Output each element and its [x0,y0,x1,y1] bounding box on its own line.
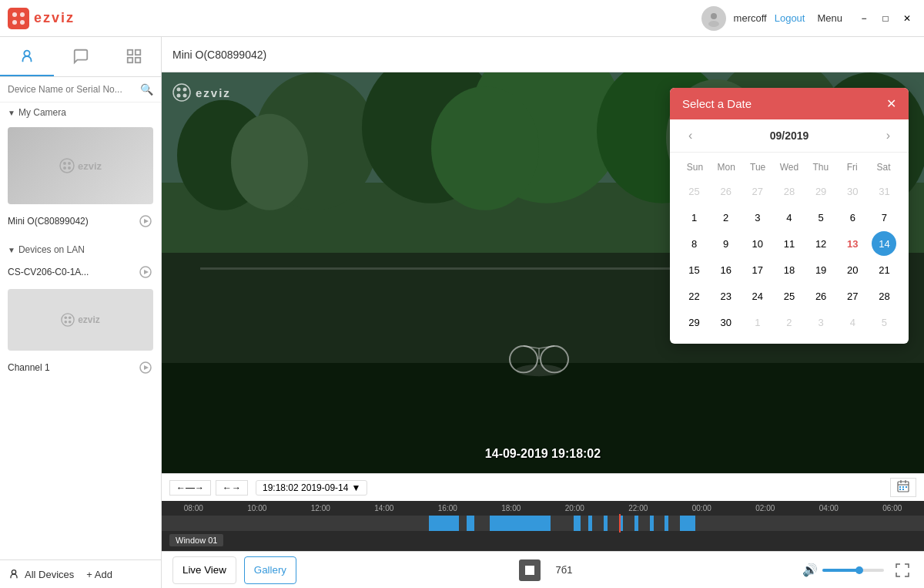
calendar-day[interactable]: 22 [682,284,707,308]
play-circle-icon-2 [139,266,152,278]
calendar-day[interactable]: 28 [872,284,896,308]
calendar-prev-button[interactable]: ‹ [682,127,698,144]
calendar-day[interactable]: 13 [840,231,865,256]
calendar-day[interactable]: 8 [682,231,707,256]
calendar-day[interactable]: 21 [872,257,896,282]
calendar-day[interactable]: 25 [777,284,802,308]
volume-icon[interactable]: 🔊 [802,563,818,577]
calendar-day[interactable]: 10 [745,231,770,256]
calendar-day[interactable]: 17 [745,257,770,282]
volume-slider[interactable] [822,569,884,572]
tab-grid[interactable] [107,37,161,76]
logout-button[interactable]: Logout [775,12,805,24]
calendar-day[interactable]: 16 [714,257,738,282]
tab-messages[interactable] [54,37,108,76]
svg-point-16 [68,166,71,170]
minimize-button[interactable]: − [855,9,873,28]
calendar-day[interactable]: 19 [808,257,833,282]
camera-preview: ezviz [8,127,153,204]
calendar-day[interactable]: 30 [714,310,738,334]
calendar-day[interactable]: 5 [872,310,896,334]
timeline-controls: ←―→ ←→ 19:18:02 2019-09-14 ▼ [162,473,924,501]
calendar-day[interactable]: 27 [840,284,865,308]
calendar-close-button[interactable]: ✕ [886,98,896,110]
fullscreen-button[interactable] [892,559,913,581]
tab-devices[interactable] [0,37,54,76]
calendar-day[interactable]: 29 [808,179,833,203]
calendar-day[interactable]: 12 [808,231,833,256]
calendar-next-button[interactable]: › [880,127,896,144]
playback-icon[interactable] [138,213,153,229]
calendar-day[interactable]: 2 [777,310,802,334]
zoom-out-button[interactable]: ←―→ [169,480,211,496]
calendar-day[interactable]: 25 [682,179,707,203]
collapse-icon: ▼ [8,109,15,117]
calendar-popup: Select a Date ✕ ‹ 09/2019 › Sun Mon Tue … [670,88,909,344]
calendar-day[interactable]: 23 [714,284,738,308]
svg-marker-18 [144,219,149,223]
weekday-fri: Fri [836,159,868,176]
ezviz-thumb-icon [59,158,75,173]
calendar-day[interactable]: 7 [872,205,896,230]
all-devices-button[interactable]: All Devices [8,568,74,580]
calendar-day[interactable]: 31 [872,179,896,203]
menu-button[interactable]: Menu [812,12,847,24]
device-item-cs[interactable]: CS-CV206-C0-1A... [0,260,161,284]
channel-playback-icon[interactable] [138,360,153,375]
zoom-in-button[interactable]: ←→ [216,480,248,496]
calendar-day[interactable]: 4 [777,205,802,230]
calendar-day[interactable]: 14 [872,231,896,256]
search-icon[interactable]: 🔍 [140,83,153,96]
calendar-day[interactable]: 11 [777,231,802,256]
timeline-track[interactable] [162,516,924,531]
calendar-day[interactable]: 26 [714,179,738,203]
calendar-day[interactable]: 20 [840,257,865,282]
calendar-day[interactable]: 26 [808,284,833,308]
device-item-mini[interactable]: Mini O(C80899042) [0,209,161,234]
calendar-day[interactable]: 27 [745,179,770,203]
calendar-day[interactable]: 28 [777,179,802,203]
device2-playback-icon[interactable] [138,264,153,280]
svg-point-24 [65,321,68,324]
calendar-day[interactable]: 24 [745,284,770,308]
calendar-day[interactable]: 1 [682,205,707,230]
ezviz-watermark-2: ezviz [61,313,100,327]
svg-rect-11 [136,57,140,62]
calendar-grid-button[interactable] [890,478,916,497]
search-input[interactable] [8,84,140,95]
calendar-day[interactable]: 18 [777,257,802,282]
calendar-day[interactable]: 5 [808,205,833,230]
calendar-day[interactable]: 4 [840,310,865,334]
svg-point-23 [69,317,72,320]
my-camera-label: My Camera [18,107,66,118]
svg-rect-59 [899,486,901,488]
dropdown-icon: ▼ [351,482,360,493]
calendar-day[interactable]: 3 [745,205,770,230]
timeline-datetime-button[interactable]: 19:18:02 2019-09-14 ▼ [256,480,367,496]
calendar-day[interactable]: 30 [840,179,865,203]
timeline-bar[interactable]: 08:00 10:00 12:00 14:00 16:00 18:00 20:0… [162,501,924,551]
close-button[interactable]: ✕ [898,9,916,28]
channel-item[interactable]: Channel 1 [0,355,161,380]
tick-10: 10:00 [226,504,290,512]
svg-point-38 [231,114,308,210]
add-button[interactable]: + Add [86,569,112,580]
live-view-button[interactable]: Live View [172,556,236,584]
svg-point-39 [431,86,539,210]
svg-point-1 [12,12,17,17]
calendar-day[interactable]: 29 [682,310,707,334]
calendar-day[interactable]: 2 [714,205,738,230]
my-camera-section: ▼ My Camera [0,102,161,123]
timestamp-overlay: 14-09-2019 19:18:02 [485,447,601,461]
segment-4 [574,516,581,531]
calendar-day[interactable]: 15 [682,257,707,282]
ezviz-thumb-icon-2 [61,313,75,327]
maximize-button[interactable]: □ [876,9,895,28]
calendar-day[interactable]: 1 [745,310,770,334]
calendar-day[interactable]: 9 [714,231,738,256]
calendar-day[interactable]: 6 [840,205,865,230]
gallery-button[interactable]: Gallery [244,556,296,584]
stop-button[interactable] [519,559,541,581]
calendar-day[interactable]: 3 [808,310,833,334]
tick-02: 02:00 [734,504,798,512]
